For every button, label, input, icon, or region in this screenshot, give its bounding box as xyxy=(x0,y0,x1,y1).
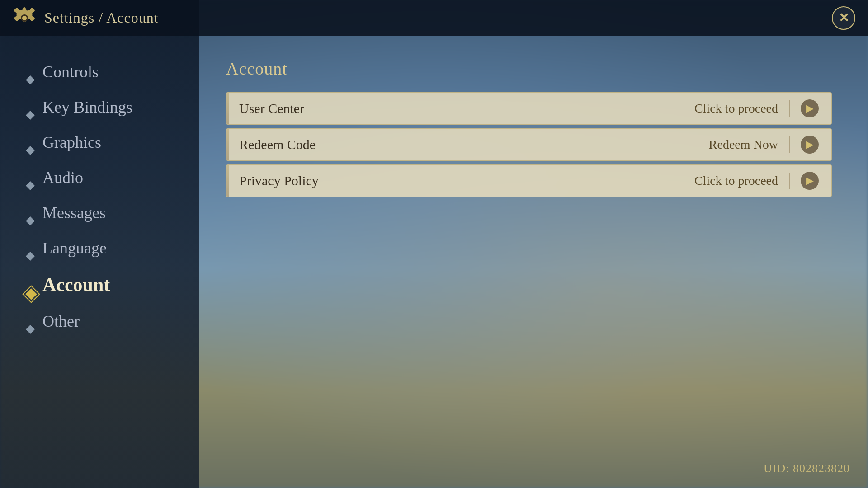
privacy-policy-action: Click to proceed ▶ xyxy=(694,172,819,190)
sidebar-item-label: Account xyxy=(42,274,110,296)
arrow-right-icon: ▶ xyxy=(806,103,814,114)
sidebar-item-label: Audio xyxy=(42,168,83,187)
sidebar-item-graphics[interactable]: Graphics xyxy=(27,125,199,160)
bullet-icon xyxy=(27,244,34,252)
sidebar-item-label: Messages xyxy=(42,203,106,222)
sidebar-nav: Controls Key Bindings Graphics Audio Mes… xyxy=(0,36,199,357)
bullet-icon xyxy=(27,174,34,181)
user-center-label: User Center xyxy=(239,101,304,116)
sidebar-item-label: Controls xyxy=(42,62,99,81)
uid-display: UID: 802823820 xyxy=(764,462,850,475)
bullet-icon xyxy=(27,281,34,288)
user-center-arrow[interactable]: ▶ xyxy=(801,99,819,117)
privacy-policy-arrow[interactable]: ▶ xyxy=(801,172,819,190)
redeem-code-label: Redeem Code xyxy=(239,137,316,152)
bullet-icon xyxy=(27,139,34,146)
divider xyxy=(789,173,790,189)
bullet-icon xyxy=(27,209,34,216)
sidebar-item-label: Graphics xyxy=(42,133,101,152)
user-center-row[interactable]: User Center Click to proceed ▶ xyxy=(226,92,832,125)
privacy-policy-row[interactable]: Privacy Policy Click to proceed ▶ xyxy=(226,164,832,197)
user-center-action-text: Click to proceed xyxy=(694,101,778,116)
sidebar-item-label: Key Bindings xyxy=(42,98,132,117)
sidebar-item-language[interactable]: Language xyxy=(27,230,199,266)
arrow-right-icon: ▶ xyxy=(806,175,814,187)
sidebar-item-label: Other xyxy=(42,312,80,331)
privacy-policy-action-text: Click to proceed xyxy=(694,174,778,188)
bullet-icon xyxy=(27,318,34,325)
user-center-action: Click to proceed ▶ xyxy=(694,99,819,117)
bullet-icon xyxy=(27,103,34,111)
section-title: Account xyxy=(226,59,832,79)
header-title: Settings / Account xyxy=(44,9,159,26)
sidebar-item-other[interactable]: Other xyxy=(27,304,199,339)
settings-gear-icon xyxy=(13,6,36,30)
arrow-right-icon: ▶ xyxy=(806,139,814,150)
main-content: Account User Center Click to proceed ▶ R… xyxy=(208,36,850,219)
redeem-code-row[interactable]: Redeem Code Redeem Now ▶ xyxy=(226,128,832,161)
header-bar: Settings / Account ✕ xyxy=(0,0,868,36)
sidebar-item-messages[interactable]: Messages xyxy=(27,195,199,230)
svg-point-2 xyxy=(22,16,27,20)
redeem-code-arrow[interactable]: ▶ xyxy=(801,136,819,154)
sidebar-item-account[interactable]: Account xyxy=(27,266,199,304)
sidebar-item-key-bindings[interactable]: Key Bindings xyxy=(27,89,199,125)
close-icon: ✕ xyxy=(839,10,849,25)
divider xyxy=(789,100,790,117)
sidebar-item-label: Language xyxy=(42,239,107,258)
redeem-code-action: Redeem Now ▶ xyxy=(709,136,819,154)
divider xyxy=(789,136,790,153)
sidebar-item-controls[interactable]: Controls xyxy=(27,54,199,89)
bullet-icon xyxy=(27,68,34,75)
close-button[interactable]: ✕ xyxy=(832,6,855,30)
privacy-policy-label: Privacy Policy xyxy=(239,173,319,188)
sidebar-item-audio[interactable]: Audio xyxy=(27,160,199,195)
redeem-code-action-text: Redeem Now xyxy=(709,137,778,152)
